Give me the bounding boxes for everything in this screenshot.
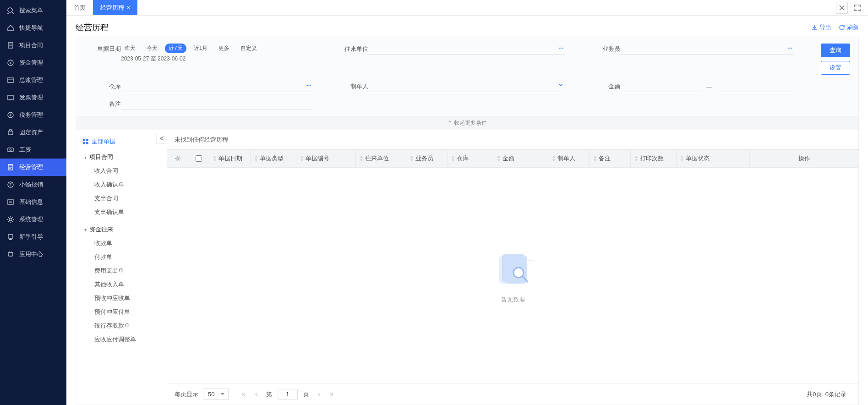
date-option[interactable]: 更多 <box>215 44 233 53</box>
page-header: 经营历程 导出 刷新 <box>66 16 868 38</box>
operator-input[interactable] <box>620 44 794 55</box>
page-last-button[interactable] <box>327 391 336 398</box>
page-number-input[interactable] <box>278 389 298 400</box>
sidebar-item-label: 工资 <box>19 146 31 154</box>
guide-icon <box>6 233 15 241</box>
column-header[interactable]: 操作 <box>750 150 858 167</box>
fullscreen-button[interactable] <box>852 2 863 14</box>
column-header[interactable]: 制单人 <box>548 150 590 167</box>
page-next-button[interactable] <box>315 391 323 398</box>
column-header[interactable]: 业务员 <box>406 150 448 167</box>
creator-input[interactable] <box>368 81 565 92</box>
info-icon <box>6 198 15 206</box>
tree-leaf[interactable]: 支出合同 <box>76 192 167 205</box>
tab-close-icon[interactable]: × <box>127 5 130 11</box>
sidebar-item-14[interactable]: 应用中心 <box>0 246 66 263</box>
filter-remark-label: 备注 <box>84 99 121 108</box>
tree-leaf[interactable]: 银行存取款单 <box>76 319 167 333</box>
amount-to-input[interactable] <box>716 81 798 92</box>
tab-1[interactable]: 经营历程× <box>93 0 137 15</box>
export-button[interactable]: 导出 <box>811 23 831 32</box>
column-header[interactable]: 单据状态 <box>677 150 750 167</box>
sort-icon[interactable] <box>634 156 638 161</box>
tree-group-1[interactable]: ▾资金往来 <box>76 223 167 236</box>
sidebar-item-0[interactable]: 搜索菜单 <box>0 2 66 19</box>
sidebar-item-12[interactable]: 系统管理 <box>0 211 66 228</box>
operator-more-icon[interactable]: ··· <box>787 44 792 51</box>
sidebar-item-11[interactable]: 基础信息 <box>0 193 66 211</box>
sidebar-item-7[interactable]: 固定资产 <box>0 124 66 141</box>
sort-icon[interactable] <box>680 156 684 161</box>
column-header[interactable]: 金额 <box>493 150 548 167</box>
tree-leaf[interactable]: 收款单 <box>76 236 167 250</box>
sidebar-item-5[interactable]: 发票管理 <box>0 89 66 106</box>
column-header[interactable]: 打印次数 <box>631 150 677 167</box>
tree-leaf[interactable]: 费用支出单 <box>76 264 167 278</box>
page-prefix: 第 <box>264 389 274 400</box>
sidebar-item-label: 搜索菜单 <box>19 6 43 15</box>
sort-icon[interactable] <box>410 156 414 161</box>
partner-input[interactable] <box>368 44 565 55</box>
tree-leaf[interactable]: 其他收入单 <box>76 278 167 291</box>
tree-leaf[interactable]: 收入合同 <box>76 164 167 178</box>
warehouse-input[interactable] <box>121 81 313 92</box>
svg-rect-21 <box>8 200 13 204</box>
column-header[interactable]: 单据日期 <box>209 150 251 167</box>
sort-icon[interactable] <box>360 156 363 161</box>
sort-icon[interactable] <box>593 156 597 161</box>
page-first-button[interactable] <box>240 391 249 398</box>
sort-icon[interactable] <box>300 156 304 161</box>
tree-leaf[interactable]: 支出确认单 <box>76 205 167 219</box>
sidebar-item-1[interactable]: 快捷导航 <box>0 19 66 37</box>
sidebar-item-10[interactable]: 小畅报销 <box>0 176 66 193</box>
sort-icon[interactable] <box>552 156 556 161</box>
table-settings-button[interactable] <box>167 150 188 167</box>
tree-leaf[interactable]: 预付冲应付单 <box>76 305 167 319</box>
column-header[interactable]: 备注 <box>590 150 631 167</box>
collapse-filters-button[interactable]: ⌃收起更多条件 <box>76 116 858 130</box>
settings-button[interactable]: 设置 <box>821 61 850 75</box>
close-tab-button[interactable] <box>836 2 848 14</box>
sidebar-item-9[interactable]: 经营管理 <box>0 159 66 176</box>
amount-from-input[interactable] <box>620 81 703 92</box>
tab-0[interactable]: 首页 <box>66 0 93 15</box>
per-page-select[interactable]: 50 <box>203 389 229 400</box>
empty-text: 暂无数据 <box>501 296 525 304</box>
date-option[interactable]: 近1月 <box>190 44 212 53</box>
sidebar-item-13[interactable]: 新手引导 <box>0 228 66 246</box>
sidebar-item-4[interactable]: 总账管理 <box>0 71 66 89</box>
sidebar-item-2[interactable]: 项目合同 <box>0 37 66 54</box>
page-prev-button[interactable] <box>252 391 261 398</box>
column-header[interactable]: 仓库 <box>448 150 493 167</box>
tree-leaf[interactable]: 预收冲应收单 <box>76 291 167 305</box>
select-all-checkbox[interactable] <box>188 150 209 167</box>
column-header[interactable]: 单据类型 <box>251 150 296 167</box>
sort-icon[interactable] <box>213 156 217 161</box>
sidebar-item-8[interactable]: 工资 <box>0 141 66 159</box>
warehouse-more-icon[interactable]: ··· <box>306 82 311 89</box>
tree-leaf[interactable]: 应收应付调整单 <box>76 333 167 346</box>
remark-input[interactable] <box>121 99 313 109</box>
query-button[interactable]: 查询 <box>821 44 850 57</box>
sidebar-item-6[interactable]: 税务管理 <box>0 106 66 124</box>
tree-leaf[interactable]: 付款单 <box>76 250 167 264</box>
tree-all-documents[interactable]: 全部单据 <box>76 135 167 148</box>
column-header[interactable]: 单据编号 <box>296 150 356 167</box>
date-option[interactable]: 昨天 <box>121 44 139 53</box>
date-option[interactable]: 今天 <box>143 44 161 53</box>
column-header[interactable]: 往来单位 <box>356 150 406 167</box>
sort-icon[interactable] <box>254 156 258 161</box>
date-option[interactable]: 自定义 <box>237 44 261 53</box>
date-option[interactable]: 近7天 <box>165 44 186 53</box>
tree-collapse-button[interactable] <box>156 133 167 144</box>
sort-icon[interactable] <box>451 156 455 161</box>
tree-leaf[interactable]: 收入确认单 <box>76 178 167 192</box>
refresh-button[interactable]: 刷新 <box>839 23 859 32</box>
sidebar-item-3[interactable]: ¥资金管理 <box>0 54 66 71</box>
creator-dropdown-icon[interactable] <box>558 82 563 88</box>
sort-icon[interactable] <box>497 156 501 161</box>
page-title: 经营历程 <box>76 22 109 33</box>
tree-group-0[interactable]: ▾项目合同 <box>76 150 167 164</box>
partner-more-icon[interactable]: ··· <box>558 44 563 51</box>
sidebar-item-label: 经营管理 <box>19 163 43 171</box>
